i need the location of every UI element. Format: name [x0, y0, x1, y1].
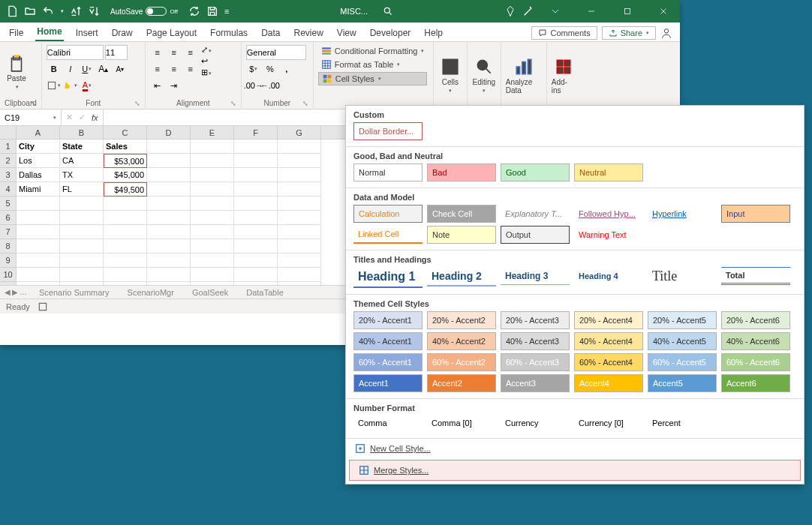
decrease-indent-icon[interactable]: ⇤ — [150, 78, 165, 93]
cell[interactable]: CA — [60, 154, 104, 168]
border-icon[interactable]: ▾ — [47, 78, 62, 93]
merge-center-icon[interactable]: ⊞▾ — [201, 68, 212, 77]
col-header[interactable]: C — [104, 126, 147, 139]
addins-button[interactable]: Add-ins — [552, 45, 576, 106]
align-left-icon[interactable]: ≡ — [150, 62, 165, 76]
cell[interactable] — [278, 182, 321, 196]
cell[interactable] — [104, 196, 147, 211]
style-20-accent3[interactable]: 20% - Accent3 — [501, 311, 570, 329]
style-20-accent5[interactable]: 20% - Accent5 — [648, 311, 717, 329]
diamond-icon[interactable] — [504, 5, 516, 17]
sheet-tab[interactable]: GoalSeek — [186, 286, 234, 298]
cell[interactable] — [234, 140, 278, 154]
cell[interactable] — [191, 211, 234, 225]
col-header[interactable]: B — [60, 126, 104, 139]
style-60-accent3[interactable]: 60% - Accent3 — [501, 353, 570, 371]
grow-font-icon[interactable]: A▴ — [96, 62, 111, 76]
autosave-toggle[interactable]: AutoSave Off — [106, 7, 182, 16]
macro-record-icon[interactable] — [38, 302, 48, 312]
row-header[interactable]: 4 — [0, 182, 17, 196]
cell[interactable] — [60, 268, 104, 282]
open-folder-icon[interactable] — [24, 5, 36, 17]
cell[interactable]: $53,000 — [104, 154, 147, 168]
style-20-accent4[interactable]: 20% - Accent4 — [574, 311, 643, 329]
cell[interactable] — [191, 225, 234, 239]
cell[interactable] — [147, 182, 191, 196]
cell[interactable]: Miami — [17, 182, 60, 196]
cell[interactable] — [234, 211, 278, 225]
style-explanatory[interactable]: Explanatory T... — [501, 205, 570, 223]
account-icon[interactable] — [660, 27, 672, 39]
sort-desc-icon[interactable] — [88, 5, 100, 17]
col-header[interactable]: A — [17, 126, 60, 139]
merge-styles-button[interactable]: Merge Styles... — [349, 460, 801, 481]
cell[interactable]: Dallas — [17, 168, 60, 182]
cell[interactable] — [191, 182, 234, 196]
style-calculation[interactable]: Calculation — [353, 205, 423, 223]
undo-caret-icon[interactable]: ▾ — [61, 8, 64, 14]
style-accent1[interactable]: Accent1 — [353, 374, 423, 392]
cell[interactable] — [234, 239, 278, 254]
tab-insert[interactable]: Insert — [74, 25, 100, 41]
cell[interactable] — [17, 196, 60, 211]
cell[interactable] — [104, 211, 147, 225]
sort-asc-icon[interactable] — [70, 5, 82, 17]
cell[interactable] — [278, 154, 321, 168]
style-accent2[interactable]: Accent2 — [427, 374, 496, 392]
style-title[interactable]: Title — [648, 267, 717, 285]
row-header[interactable]: 5 — [0, 196, 17, 211]
row-header[interactable]: 9 — [0, 254, 17, 268]
tab-developer[interactable]: Developer — [368, 25, 413, 41]
cell[interactable]: City — [17, 140, 60, 154]
undo-icon[interactable] — [42, 5, 54, 17]
cell[interactable] — [104, 225, 147, 239]
style-good[interactable]: Good — [501, 164, 570, 182]
style-currency[interactable]: Currency — [501, 416, 570, 430]
ribbon-options-icon[interactable] — [540, 0, 570, 22]
cell[interactable] — [278, 196, 321, 211]
cell[interactable] — [17, 225, 60, 239]
cell[interactable] — [147, 211, 191, 225]
conditional-formatting-button[interactable]: Conditional Formatting▾ — [318, 45, 428, 57]
style-accent4[interactable]: Accent4 — [574, 374, 643, 392]
style-total[interactable]: Total — [721, 267, 790, 285]
style-warning-text[interactable]: Warning Text — [574, 226, 643, 244]
close-button[interactable] — [648, 0, 678, 22]
cell[interactable] — [17, 268, 60, 282]
style-currency0[interactable]: Currency [0] — [574, 416, 643, 430]
cell[interactable]: $45,000 — [104, 168, 147, 182]
tab-draw[interactable]: Draw — [110, 25, 134, 41]
save-icon[interactable] — [206, 5, 218, 17]
fill-color-icon[interactable]: ▾ — [63, 78, 78, 93]
align-middle-icon[interactable]: ≡ — [167, 45, 182, 60]
cell[interactable] — [278, 211, 321, 225]
style-60-accent2[interactable]: 60% - Accent2 — [427, 353, 496, 371]
cell[interactable] — [278, 225, 321, 239]
search-icon[interactable] — [383, 6, 393, 16]
cell[interactable] — [234, 196, 278, 211]
comma-format-icon[interactable]: , — [279, 62, 294, 76]
style-40-accent1[interactable]: 40% - Accent1 — [353, 332, 423, 350]
style-60-accent1[interactable]: 60% - Accent1 — [353, 353, 423, 371]
cell[interactable]: FL — [60, 182, 104, 196]
wand-icon[interactable] — [522, 5, 534, 17]
cell[interactable] — [191, 140, 234, 154]
style-heading-1[interactable]: Heading 1 — [353, 267, 423, 288]
style-60-accent4[interactable]: 60% - Accent4 — [574, 353, 643, 371]
font-launcher-icon[interactable]: ⤡ — [134, 100, 140, 107]
cell[interactable] — [104, 268, 147, 282]
row-header[interactable]: 3 — [0, 168, 17, 182]
cell[interactable] — [234, 254, 278, 268]
cell[interactable] — [147, 268, 191, 282]
cancel-formula-icon[interactable]: ✕ — [66, 112, 73, 122]
cell[interactable] — [278, 168, 321, 182]
sheet-tab[interactable]: DataTable — [240, 286, 290, 298]
sheet-nav-next-icon[interactable]: ▶ — [12, 288, 18, 296]
percent-format-icon[interactable]: % — [263, 62, 278, 76]
row-header[interactable]: 6 — [0, 211, 17, 225]
tab-help[interactable]: Help — [423, 25, 444, 41]
style-40-accent3[interactable]: 40% - Accent3 — [501, 332, 570, 350]
cell[interactable] — [278, 254, 321, 268]
style-accent6[interactable]: Accent6 — [721, 374, 790, 392]
style-note[interactable]: Note — [427, 226, 496, 244]
